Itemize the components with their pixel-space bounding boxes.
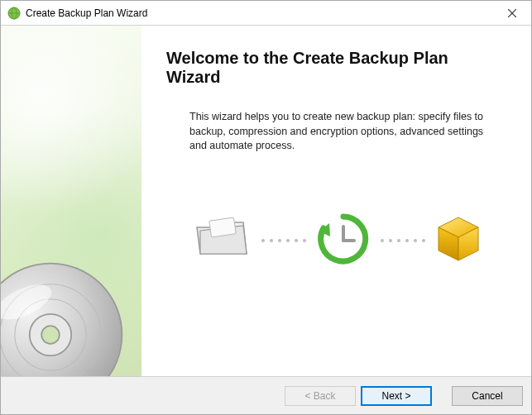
page-description: This wizard helps you to create new back… <box>189 110 487 154</box>
svg-rect-11 <box>208 217 235 237</box>
wizard-window: Create Backup Plan Wizard <box>0 0 532 415</box>
footer-bar: < Back Next > Cancel <box>1 376 531 414</box>
next-button[interactable]: Next > <box>361 386 432 406</box>
globe-icon <box>7 7 21 20</box>
history-icon <box>316 212 371 270</box>
illustration-row <box>166 212 506 270</box>
dots-separator <box>381 239 425 242</box>
main-panel: Welcome to the Create Backup Plan Wizard… <box>141 26 531 376</box>
wizard-body: Welcome to the Create Backup Plan Wizard… <box>1 26 531 376</box>
sidebar-graphic <box>1 26 141 376</box>
back-button: < Back <box>285 386 356 406</box>
box-icon <box>435 214 482 267</box>
disc-icon <box>1 260 125 376</box>
close-icon[interactable] <box>493 1 531 25</box>
titlebar: Create Backup Plan Wizard <box>1 1 531 26</box>
window-title: Create Backup Plan Wizard <box>26 7 493 19</box>
cancel-button[interactable]: Cancel <box>452 386 523 406</box>
svg-point-9 <box>41 326 60 344</box>
folder-icon <box>192 212 252 269</box>
dots-separator <box>261 239 306 242</box>
page-heading: Welcome to the Create Backup Plan Wizard <box>166 49 506 87</box>
